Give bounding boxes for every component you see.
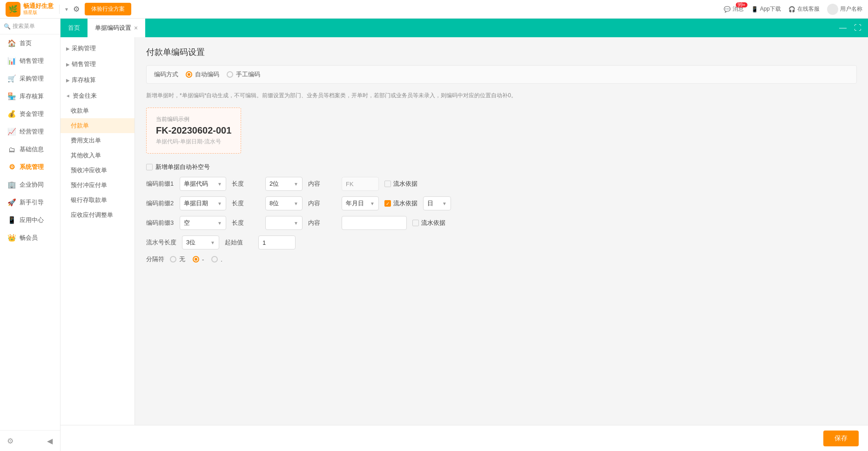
- serial2-checkbox-group[interactable]: ✓ 流水依据: [384, 199, 417, 208]
- length1-arrow: ▼: [294, 182, 298, 187]
- sidebar-item-system[interactable]: ⚙ 系统管理: [0, 158, 60, 176]
- tab-close-icon[interactable]: ×: [134, 24, 138, 32]
- length3-select[interactable]: ▼: [265, 216, 303, 230]
- manual-encode-radio[interactable]: 手工编码: [227, 70, 260, 79]
- sub-item-receipt[interactable]: 收款单: [61, 103, 135, 118]
- app-download-button[interactable]: 📱 App下载: [751, 5, 781, 13]
- sidebar-item-newguide[interactable]: 🚀 新手引导: [0, 194, 60, 211]
- sub-group-sales-title[interactable]: ▶ 销售管理: [61, 57, 135, 72]
- promo-button[interactable]: 体验行业方案: [85, 3, 131, 15]
- tab-encoding[interactable]: 单据编码设置 ×: [87, 19, 145, 37]
- sub-item-prepay-receivable[interactable]: 预收冲应收单: [61, 163, 135, 178]
- prefix2-label: 编码前缀2: [146, 199, 174, 208]
- sidebar-item-sales[interactable]: 📊 销售管理: [0, 52, 60, 70]
- sub-item-other-income[interactable]: 其他收入单: [61, 148, 135, 163]
- sidebar-item-purchase[interactable]: 🛒 采购管理: [0, 70, 60, 88]
- serial1-checkbox-group[interactable]: 流水依据: [384, 180, 417, 188]
- sub-group-capital: ▼ 资金往来 收款单 付款单 费用支出单 其他收入单 预收冲应收单 预付冲应付单…: [61, 88, 135, 222]
- sidebar-item-operations[interactable]: 📈 经营管理: [0, 123, 60, 141]
- sidebar-item-inventory[interactable]: 🏪 库存核算: [0, 88, 60, 105]
- newguide-icon: 🚀: [7, 198, 16, 207]
- prefix3-row: 编码前缀3 空 ▼ 长度 ▼ 内容 流水依据: [146, 216, 857, 230]
- content3-input[interactable]: [342, 216, 407, 230]
- serial3-checkbox[interactable]: [412, 220, 419, 226]
- prefix2-select[interactable]: 单据日期 ▼: [180, 196, 226, 210]
- length1-select[interactable]: 2位 ▼: [265, 177, 303, 191]
- auto-fill-checkbox[interactable]: [146, 164, 153, 170]
- length2-label: 长度: [232, 199, 260, 208]
- sub-group-sales: ▶ 销售管理: [61, 57, 135, 72]
- arrow-icon: ▶: [66, 62, 70, 67]
- top-nav: ▾ ⚙ 体验行业方案: [65, 3, 720, 16]
- sidebar-item-enterprise[interactable]: 🏢 企业协同: [0, 176, 60, 194]
- separator-dot-dot: [211, 256, 218, 263]
- save-button[interactable]: 保存: [823, 431, 859, 446]
- prefix3-select[interactable]: 空 ▼: [180, 216, 226, 230]
- separator-dash-radio[interactable]: -: [193, 256, 204, 263]
- left-sidebar: 🔍 搜索菜单 🏠 首页 📊 销售管理 🛒 采购管理 🏪 库存核算 💰 资金管理 …: [0, 19, 61, 451]
- sidebar-bottom: ⚙ ◀: [0, 430, 60, 451]
- sidebar-search[interactable]: 🔍 搜索菜单: [0, 19, 60, 34]
- tab-home[interactable]: 首页: [61, 19, 87, 37]
- hint-text: 新增单据时，*单据编码*自动生成，不可编辑。前缀设置为部门、业务员等档案类，开单…: [146, 91, 857, 100]
- content2-arrow: ▼: [370, 201, 375, 206]
- sub-item-payment[interactable]: 付款单: [61, 118, 135, 133]
- user-avatar[interactable]: 用户名称: [827, 4, 862, 15]
- divider: [59, 5, 60, 14]
- online-service-button[interactable]: 🎧 在线客服: [788, 5, 820, 13]
- sidebar-item-home[interactable]: 🏠 首页: [0, 34, 60, 52]
- sidebar-item-apps[interactable]: 📱 应用中心: [0, 211, 60, 229]
- content2-select[interactable]: 年月日 ▼: [342, 196, 379, 210]
- sidebar-item-finance[interactable]: 💰 资金管理: [0, 105, 60, 123]
- tab-expand-icon[interactable]: ⛶: [851, 21, 864, 34]
- tab-bar: 首页 单据编码设置 × — ⛶: [61, 19, 868, 37]
- purchase-icon: 🛒: [7, 74, 16, 83]
- prefix1-select[interactable]: 单据代码 ▼: [180, 177, 226, 191]
- sub-group-purchase: ▶ 采购管理: [61, 41, 135, 56]
- sales-icon: 📊: [7, 57, 16, 65]
- separator-none-radio[interactable]: 无: [170, 255, 185, 263]
- sub-group-inventory-title[interactable]: ▶ 库存核算: [61, 73, 135, 88]
- serial2-checkbox[interactable]: ✓: [384, 200, 391, 207]
- serial-length-select[interactable]: 3位 ▼: [182, 236, 219, 249]
- auto-encode-radio[interactable]: 自动编码: [186, 70, 219, 79]
- sub-item-bank-deposit[interactable]: 银行存取款单: [61, 193, 135, 208]
- serial-length-label: 流水号长度: [146, 238, 176, 247]
- settings-icon[interactable]: ⚙: [70, 3, 83, 16]
- start-value-input[interactable]: [258, 236, 296, 249]
- auto-fill-label: 新增单据自动补空号: [155, 163, 210, 171]
- auto-fill-section: 新增单据自动补空号: [146, 163, 857, 171]
- system-icon: ⚙: [7, 163, 16, 171]
- logo-text: 畅通好生意 猫星版: [23, 2, 54, 16]
- enterprise-icon: 🏢: [7, 181, 16, 189]
- apps-icon: 📱: [7, 216, 16, 224]
- service-icon: 🎧: [788, 6, 795, 13]
- sub-item-ap-ar-adjust[interactable]: 应收应付调整单: [61, 208, 135, 222]
- sub-item-expense[interactable]: 费用支出单: [61, 133, 135, 148]
- sub-group-purchase-title[interactable]: ▶ 采购管理: [61, 41, 135, 56]
- arrow-open-icon: ▼: [66, 94, 71, 98]
- page-title: 付款单编码设置: [146, 47, 857, 58]
- length2-select[interactable]: 8位 ▼: [265, 196, 303, 210]
- serial3-checkbox-group[interactable]: 流水依据: [412, 219, 445, 227]
- sub-group-capital-title[interactable]: ▼ 资金往来: [61, 88, 135, 103]
- separator-options: 无 - .: [170, 255, 222, 263]
- tab-minimize-icon[interactable]: —: [836, 21, 849, 34]
- logo-icon: 🌿: [6, 2, 20, 17]
- search-icon: 🔍: [4, 23, 11, 30]
- period2-select[interactable]: 日 ▼: [423, 196, 451, 210]
- content1-input[interactable]: [342, 177, 379, 191]
- sidebar-item-member[interactable]: 👑 畅会员: [0, 229, 60, 247]
- separator-dot-radio[interactable]: .: [211, 256, 222, 263]
- sub-item-prepay-payable[interactable]: 预付冲应付单: [61, 178, 135, 193]
- sidebar-settings-icon[interactable]: ⚙: [4, 434, 17, 447]
- tab-bar-actions: — ⛶: [836, 21, 868, 34]
- sidebar-collapse-icon[interactable]: ◀: [43, 434, 56, 447]
- message-button[interactable]: 💬 消息 99+: [724, 5, 744, 13]
- nav-dropdown[interactable]: ▾: [65, 6, 68, 13]
- avatar-image: [827, 4, 838, 15]
- period2-arrow: ▼: [442, 201, 447, 206]
- sidebar-item-basic[interactable]: 🗂 基础信息: [0, 141, 60, 158]
- operations-icon: 📈: [7, 128, 16, 136]
- serial1-checkbox[interactable]: [384, 181, 391, 187]
